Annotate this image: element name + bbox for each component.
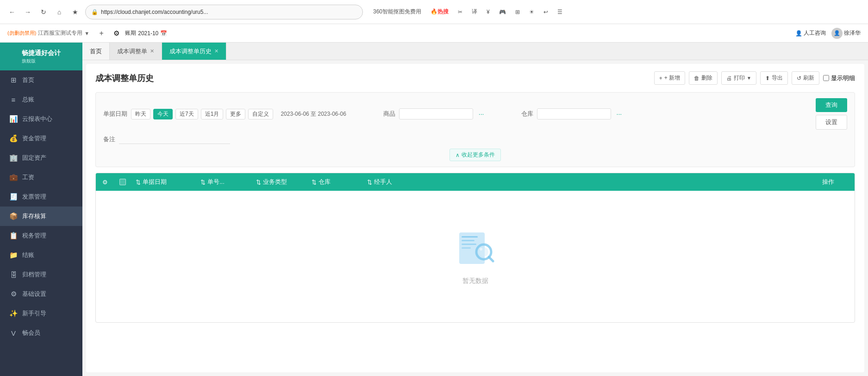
refresh-btn[interactable]: ↺ 刷新 bbox=[792, 71, 819, 85]
filter-action-buttons: 查询 设置 bbox=[816, 98, 847, 130]
calendar-icon[interactable]: 📅 bbox=[160, 30, 167, 37]
coin-btn[interactable]: ¥ bbox=[484, 7, 493, 17]
sidebar-label-settings: 基础设置 bbox=[22, 290, 46, 298]
tab-home[interactable]: 首页 bbox=[82, 43, 110, 60]
sort-icon-operator: ⇅ bbox=[367, 179, 372, 186]
service-label: 人工咨询 bbox=[804, 29, 826, 37]
undo-btn[interactable]: ↩ bbox=[541, 7, 551, 17]
tab-history-close[interactable]: ✕ bbox=[214, 48, 219, 54]
sidebar-item-capital[interactable]: 💰 资金管理 bbox=[0, 129, 82, 148]
show-cols-label: 显示明细 bbox=[831, 74, 855, 82]
sidebar-item-vip[interactable]: V 畅会员 bbox=[0, 323, 82, 343]
table-select-all[interactable] bbox=[114, 179, 131, 185]
th-operator[interactable]: ⇅ 经手人 bbox=[362, 178, 418, 186]
goods-more-btn[interactable]: ··· bbox=[479, 110, 484, 118]
th-operator-label: 经手人 bbox=[374, 178, 392, 186]
th-warehouse[interactable]: ⇅ 仓库 bbox=[307, 178, 362, 186]
refresh-icon: ↺ bbox=[797, 75, 801, 81]
empty-text: 暂无数据 bbox=[462, 277, 488, 285]
th-date[interactable]: ⇅ 单据日期 bbox=[131, 178, 196, 186]
notes-label: 备注 bbox=[103, 135, 115, 144]
collapse-filter-btn[interactable]: ∧ 收起更多条件 bbox=[450, 149, 501, 161]
tab-cost-adjust-close[interactable]: ✕ bbox=[150, 48, 154, 54]
sort-icon-no: ⇅ bbox=[200, 179, 206, 186]
7days-btn[interactable]: 近7天 bbox=[175, 109, 198, 119]
show-cols-toggle[interactable]: 显示明细 bbox=[823, 74, 855, 82]
sidebar-label-closing: 结账 bbox=[22, 251, 34, 259]
sidebar-item-reports[interactable]: 📊 云报表中心 bbox=[0, 109, 82, 129]
goods-filter: 商品 ··· bbox=[383, 108, 484, 119]
svg-rect-2 bbox=[462, 240, 475, 241]
username-text: 徐泽华 bbox=[844, 29, 861, 37]
hot-search-btn[interactable]: 🔥热搜 bbox=[428, 6, 451, 18]
main-container: 畅捷通好会计 旗舰版 ⊞ 首页 ≡ 总账 📊 云报表中心 💰 资金管理 🏢 固定… bbox=[0, 43, 868, 376]
goods-input[interactable] bbox=[399, 108, 473, 119]
svg-point-8 bbox=[480, 248, 482, 251]
collapse-label: 收起更多条件 bbox=[462, 151, 495, 159]
table-settings-icon[interactable]: ⚙ bbox=[96, 179, 114, 186]
sidebar-item-guide[interactable]: ✨ 新手引导 bbox=[0, 304, 82, 323]
inventory-icon: 📦 bbox=[9, 212, 18, 220]
sidebar-item-payroll[interactable]: 💼 工资 bbox=[0, 168, 82, 187]
sidebar-item-ledger[interactable]: ≡ 总账 bbox=[0, 90, 82, 109]
th-no-label: 单号... bbox=[207, 178, 225, 186]
sidebar-item-home[interactable]: ⊞ 首页 bbox=[0, 70, 82, 90]
print-dropdown-icon: ▼ bbox=[747, 75, 751, 81]
delete-btn[interactable]: 🗑 删除 bbox=[689, 71, 718, 85]
sidebar-item-invoice[interactable]: 🧾 发票管理 bbox=[0, 187, 82, 207]
new-btn[interactable]: + + 新增 bbox=[654, 71, 685, 85]
yesterday-btn[interactable]: 昨天 bbox=[131, 109, 150, 119]
show-cols-checkbox[interactable] bbox=[823, 75, 829, 81]
forward-button[interactable]: → bbox=[21, 6, 34, 19]
new-label: + 新增 bbox=[664, 74, 680, 82]
warehouse-input[interactable] bbox=[537, 108, 611, 119]
sidebar-item-fixed-assets[interactable]: 🏢 固定资产 bbox=[0, 148, 82, 168]
sidebar-item-inventory[interactable]: 📦 库存核算 bbox=[0, 207, 82, 226]
page-content: 成本调整单历史 + + 新增 🗑 删除 🖨 打印 ▼ bbox=[86, 64, 864, 372]
sidebar-item-closing[interactable]: 📁 结账 bbox=[0, 245, 82, 265]
1month-btn[interactable]: 近1月 bbox=[201, 109, 224, 119]
sun-btn[interactable]: ☀ bbox=[526, 7, 537, 17]
apps-btn[interactable]: ⊞ bbox=[512, 7, 523, 17]
smart-search-btn[interactable]: 360智能抠图免费用 bbox=[370, 6, 424, 18]
sidebar-item-archive[interactable]: 🗄 归档管理 bbox=[0, 265, 82, 284]
dropdown-icon: ▼ bbox=[84, 31, 89, 36]
warning-tag: (勿删勿禁用) bbox=[7, 30, 36, 37]
svg-rect-1 bbox=[462, 236, 478, 238]
company-selector[interactable]: (勿删勿禁用) 江西服宝测试专用 ▼ bbox=[7, 29, 89, 37]
sidebar-item-tax[interactable]: 📋 税务管理 bbox=[0, 226, 82, 245]
th-no[interactable]: ⇅ 单号... bbox=[196, 178, 251, 186]
th-type[interactable]: ⇅ 业务类型 bbox=[251, 178, 307, 186]
reload-button[interactable]: ↻ bbox=[37, 6, 50, 19]
print-btn[interactable]: 🖨 打印 ▼ bbox=[721, 71, 756, 85]
sidebar-label-home: 首页 bbox=[22, 76, 34, 84]
today-btn[interactable]: 今天 bbox=[153, 109, 173, 119]
browser-bar: ← → ↻ ⌂ ★ 🔒 https://cloud.chanjet.com/ac… bbox=[0, 0, 868, 24]
star-button[interactable]: ★ bbox=[69, 6, 81, 19]
notes-input[interactable] bbox=[119, 134, 230, 144]
address-bar[interactable]: 🔒 https://cloud.chanjet.com/accounting/u… bbox=[85, 5, 363, 19]
export-btn[interactable]: ⬆ 导出 bbox=[760, 71, 788, 85]
sidebar-item-settings[interactable]: ⚙ 基础设置 bbox=[0, 284, 82, 304]
user-menu[interactable]: 👤 徐泽华 bbox=[831, 28, 861, 39]
tab-cost-adjust-history[interactable]: 成本调整单历史 ✕ bbox=[162, 43, 226, 60]
scissors-btn[interactable]: ✂ bbox=[455, 7, 465, 17]
warehouse-more-btn[interactable]: ··· bbox=[617, 110, 622, 118]
service-button[interactable]: 👤 人工咨询 bbox=[795, 29, 826, 37]
back-button[interactable]: ← bbox=[6, 6, 19, 19]
translate-btn[interactable]: 译 bbox=[469, 6, 480, 18]
game-btn[interactable]: 🎮 bbox=[496, 7, 509, 17]
svg-rect-3 bbox=[462, 244, 476, 245]
sidebar-label-reports: 云报表中心 bbox=[22, 115, 52, 123]
add-company-btn[interactable]: + bbox=[95, 27, 108, 40]
custom-btn[interactable]: 自定义 bbox=[248, 109, 273, 119]
tab-cost-adjust[interactable]: 成本调整单 ✕ bbox=[110, 43, 162, 60]
more-btn[interactable]: 更多 bbox=[226, 109, 245, 119]
query-btn[interactable]: 查询 bbox=[816, 98, 847, 112]
filter-settings-btn[interactable]: 设置 bbox=[816, 115, 847, 130]
menu-btn[interactable]: ☰ bbox=[555, 7, 565, 17]
browser-extras: 360智能抠图免费用 🔥热搜 ✂ 译 ¥ 🎮 ⊞ ☀ ↩ ☰ bbox=[370, 6, 565, 18]
settings-icon[interactable]: ⚙ bbox=[113, 29, 119, 38]
svg-rect-4 bbox=[462, 247, 471, 249]
home-button[interactable]: ⌂ bbox=[53, 6, 66, 19]
